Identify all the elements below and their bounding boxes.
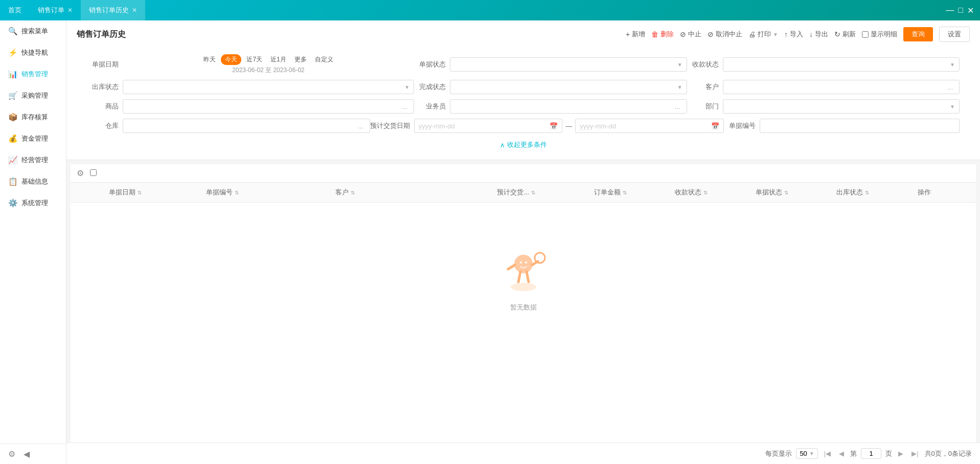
close-btn-window[interactable]: ✕ — [967, 6, 974, 15]
page-size-select[interactable]: 50 ▼ — [796, 448, 817, 459]
th-receive-status[interactable]: 收款状态 ⇅ — [669, 183, 749, 203]
minimize-btn[interactable]: — — [946, 6, 954, 15]
delivery-date-end[interactable]: yyyy-mm-dd 📅 — [575, 119, 724, 133]
page-size-value: 50 — [800, 450, 807, 457]
date-tab-7days[interactable]: 近7天 — [243, 54, 265, 65]
sidebar-settings-icon[interactable]: ⚙ — [8, 449, 15, 459]
inventory-icon: 📦 — [8, 113, 17, 122]
refresh-button[interactable]: ↻ 刷新 — [834, 30, 856, 39]
delivery-date-start[interactable]: yyyy-mm-dd 📅 — [414, 119, 563, 133]
th-out-status[interactable]: 出库状态 ⇅ — [830, 183, 911, 203]
sidebar-collapse-icon[interactable]: ◀ — [24, 449, 30, 459]
date-tab-custom[interactable]: 自定义 — [312, 54, 336, 65]
department-select[interactable]: ▼ — [723, 99, 960, 114]
query-button[interactable]: 查询 — [903, 27, 933, 41]
sidebar-item-quick-nav-label: 快捷导航 — [21, 48, 48, 57]
bill-num-input[interactable] — [760, 119, 960, 133]
th-operation: 操作 — [911, 183, 976, 203]
page-last-btn[interactable]: ▶| — [909, 450, 920, 457]
complete-status-arrow: ▼ — [677, 84, 682, 90]
page-title-row: 销售订单历史 + 新增 🗑 删除 ⊘ 中止 ⊘ — [77, 27, 970, 42]
maximize-btn[interactable]: □ — [958, 6, 963, 15]
th-date[interactable]: 单据日期 ⇅ — [103, 183, 200, 203]
warehouse-dots[interactable]: ... — [356, 122, 366, 130]
display-cols-label: 显示明细 — [871, 30, 897, 39]
bill-status-select[interactable]: ▼ — [450, 57, 687, 72]
checkbox-all[interactable] — [90, 169, 97, 176]
cancel-stop-button[interactable]: ⊘ 取消中止 — [708, 30, 742, 39]
date-tab-more[interactable]: 更多 — [291, 54, 310, 65]
date-tab-1month[interactable]: 近1月 — [267, 54, 289, 65]
display-cols-input[interactable] — [862, 31, 869, 38]
tab-sales-order[interactable]: 销售订单 ✕ — [30, 0, 81, 20]
th-date-label: 单据日期 — [109, 188, 135, 196]
calendar-start-icon[interactable]: 📅 — [550, 122, 558, 130]
svg-line-2 — [518, 272, 520, 282]
tab-sales-order-history-close[interactable]: ✕ — [132, 7, 137, 14]
setting-button[interactable]: 设置 — [939, 27, 970, 42]
complete-status-select[interactable]: ▼ — [450, 80, 687, 94]
customer-input[interactable]: ... — [723, 80, 960, 94]
table-settings-icon[interactable]: ⚙ — [77, 168, 84, 178]
warehouse-input[interactable]: ... — [123, 119, 370, 133]
product-input[interactable]: ... — [123, 99, 414, 114]
out-stock-select[interactable]: ▼ — [123, 80, 414, 94]
sidebar-item-sales-mgmt[interactable]: 📊 销售管理 — [0, 63, 66, 85]
th-out-status-label: 出库状态 — [836, 188, 863, 196]
print-button[interactable]: 🖨 打印 ▼ — [748, 30, 778, 39]
page-first-btn[interactable]: |◀ — [822, 450, 833, 457]
tab-home[interactable]: 首页 — [0, 0, 30, 20]
th-bill-status[interactable]: 单据状态 ⇅ — [749, 183, 830, 203]
customer-dots[interactable]: ... — [945, 83, 955, 91]
stop-label: 中止 — [688, 30, 701, 39]
cancel-stop-label: 取消中止 — [716, 30, 742, 39]
finance-icon: 💰 — [8, 134, 17, 143]
filter-receive-status: 收款状态 ▼ — [687, 57, 960, 72]
delete-button[interactable]: 🗑 删除 — [651, 30, 674, 39]
sidebar-item-base-info[interactable]: 📋 基础信息 — [0, 171, 66, 192]
th-delivery[interactable]: 预计交货... ⇅ — [491, 183, 588, 203]
sidebar-item-system-mgmt[interactable]: ⚙️ 系统管理 — [0, 192, 66, 214]
calendar-end-icon[interactable]: 📅 — [711, 122, 719, 130]
add-button[interactable]: + 新增 — [626, 30, 645, 39]
page-prev-btn[interactable]: ◀ — [837, 450, 846, 457]
collapse-row[interactable]: ∧ 收起更多条件 — [87, 138, 960, 153]
svg-point-0 — [511, 283, 536, 291]
product-dots[interactable]: ... — [400, 103, 409, 111]
th-amount[interactable]: 订单金额 ⇅ — [588, 183, 669, 203]
page-word: 第 — [850, 449, 857, 458]
display-cols-checkbox[interactable]: 显示明细 — [862, 30, 897, 39]
salesman-dots[interactable]: ... — [673, 103, 682, 111]
date-tab-today[interactable]: 今天 — [221, 54, 241, 65]
sidebar-item-operations[interactable]: 📈 经营管理 — [0, 149, 66, 171]
sidebar-item-purchase-mgmt[interactable]: 🛒 采购管理 — [0, 85, 66, 106]
th-client[interactable]: 客户 ⇅ — [329, 183, 491, 203]
tab-sales-order-history[interactable]: 销售订单历史 ✕ — [81, 0, 145, 20]
empty-text: 暂无数据 — [510, 303, 537, 312]
page-number-input[interactable] — [861, 448, 881, 459]
sidebar-item-quick-nav[interactable]: ⚡ 快捷导航 — [0, 42, 66, 63]
sales-mgmt-icon: 📊 — [8, 70, 17, 79]
page-title: 销售订单历史 — [77, 29, 626, 40]
filter-date-period: 单据日期 昨天 今天 近7天 近1月 更多 自定义 2023-06-02 至 2… — [87, 54, 414, 75]
sidebar-item-search-menu[interactable]: 🔍 搜索菜单 — [0, 20, 66, 42]
date-period-label: 单据日期 — [87, 60, 123, 69]
th-num[interactable]: 单据编号 ⇅ — [200, 183, 329, 203]
export-button[interactable]: ↓ 导出 — [809, 30, 828, 39]
stop-button[interactable]: ⊘ 中止 — [680, 30, 701, 39]
table-area: ⚙ 单据日期 ⇅ 单据编号 ⇅ — [71, 164, 976, 443]
tab-sales-order-close[interactable]: ✕ — [67, 7, 73, 14]
receive-status-select[interactable]: ▼ — [723, 57, 960, 72]
th-operation-label: 操作 — [918, 188, 931, 196]
system-mgmt-icon: ⚙️ — [8, 198, 17, 208]
sidebar-item-finance[interactable]: 💰 资金管理 — [0, 128, 66, 149]
page-next-btn[interactable]: ▶ — [896, 450, 905, 457]
sidebar-item-system-mgmt-label: 系统管理 — [21, 198, 48, 208]
empty-icon — [498, 244, 549, 295]
window-controls: — □ ✕ — [946, 6, 980, 15]
import-button[interactable]: ↑ 导入 — [784, 30, 803, 39]
sidebar-item-inventory[interactable]: 📦 库存核算 — [0, 106, 66, 128]
sort-out-icon: ⇅ — [865, 190, 869, 195]
date-tab-yesterday[interactable]: 昨天 — [200, 54, 219, 65]
salesman-input[interactable]: ... — [450, 99, 687, 114]
